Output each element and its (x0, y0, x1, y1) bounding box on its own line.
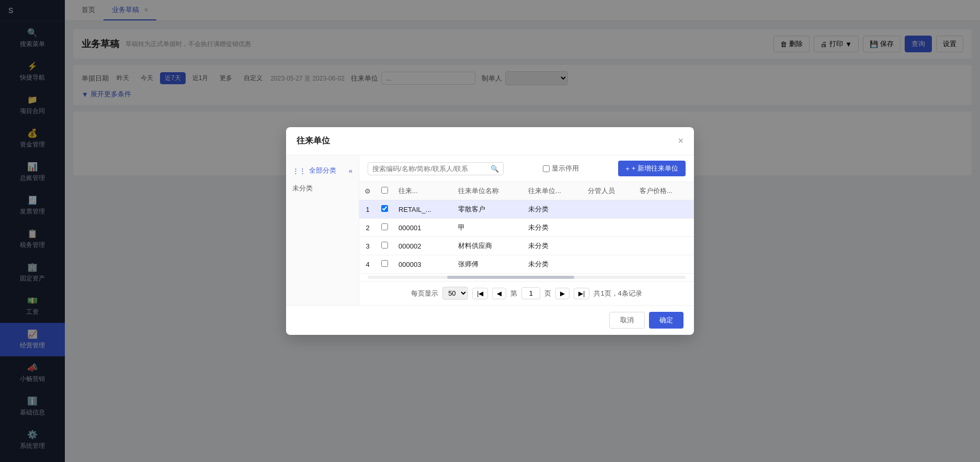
row-check[interactable] (376, 219, 393, 237)
show-disabled-checkbox[interactable] (543, 165, 550, 172)
per-page-label: 每页显示 (411, 289, 438, 298)
dialog-search-box: 🔍 (368, 162, 504, 175)
dialog-sidebar: ⋮⋮ 全部分类 « 未分类 (286, 155, 359, 305)
th-setting[interactable]: ⚙ (359, 182, 376, 200)
confirm-button[interactable]: 确定 (649, 312, 683, 329)
th-name: 往来单位名称 (453, 182, 523, 200)
row-checkbox[interactable] (381, 242, 388, 249)
row-price (634, 200, 694, 219)
row-check[interactable] (376, 255, 393, 274)
page-number-input[interactable] (521, 287, 540, 299)
row-price (634, 219, 694, 237)
row-setting: 3 (359, 237, 376, 255)
select-all-checkbox[interactable] (381, 187, 388, 194)
row-checkbox[interactable] (381, 205, 388, 212)
table-row[interactable]: 1 RETAIL_... 零散客户 未分类 (359, 200, 694, 219)
row-price (634, 255, 694, 274)
row-code: 000002 (393, 237, 453, 255)
show-disabled-checkbox-label[interactable]: 显示停用 (543, 164, 579, 173)
th-price: 客户价格... (634, 182, 694, 200)
row-category: 未分类 (523, 237, 583, 255)
table-row[interactable]: 4 000003 张师傅 未分类 (359, 255, 694, 274)
row-name: 张师傅 (453, 255, 523, 274)
search-icon: 🔍 (491, 165, 499, 173)
dialog-toolbar: 🔍 显示停用 + + 新增往来单位 (359, 155, 694, 182)
dialog-body: ⋮⋮ 全部分类 « 未分类 🔍 显示停 (286, 155, 694, 305)
table-row[interactable]: 2 000001 甲 未分类 (359, 219, 694, 237)
dialog-main: 🔍 显示停用 + + 新增往来单位 (359, 155, 694, 305)
th-check[interactable] (376, 182, 393, 200)
next-page-button[interactable]: ▶ (555, 288, 569, 299)
row-code: 000001 (393, 219, 453, 237)
row-category: 未分类 (523, 200, 583, 219)
scroll-thumb[interactable] (447, 276, 574, 279)
dialog-close-button[interactable]: × (678, 136, 683, 147)
row-code: 000003 (393, 255, 453, 274)
row-manager (583, 237, 634, 255)
prev-page-button[interactable]: ◀ (492, 288, 506, 299)
row-check[interactable] (376, 237, 393, 255)
row-category: 未分类 (523, 219, 583, 237)
total-text: 共1页，4条记录 (594, 289, 642, 298)
th-code: 往来... (393, 182, 453, 200)
collapse-icon[interactable]: « (349, 167, 352, 175)
plus-icon: + (625, 165, 630, 173)
row-manager (583, 219, 634, 237)
row-price (634, 237, 694, 255)
row-name: 甲 (453, 219, 523, 237)
table-body: 1 RETAIL_... 零散客户 未分类 2 (359, 200, 694, 274)
table-header: ⚙ 往来... 往来单位名称 往来单位... 分管人员 客户价格... (359, 182, 694, 200)
scroll-track (368, 276, 686, 279)
add-partner-button[interactable]: + + 新增往来单位 (618, 161, 686, 176)
dialog-overlay[interactable]: 往来单位 × ⋮⋮ 全部分类 « 未分类 (0, 0, 980, 462)
first-page-button[interactable]: |◀ (472, 288, 488, 299)
th-manager: 分管人员 (583, 182, 634, 200)
row-code: RETAIL_... (393, 200, 453, 219)
table-row[interactable]: 3 000002 材料供应商 未分类 (359, 237, 694, 255)
row-manager (583, 200, 634, 219)
row-check[interactable] (376, 200, 393, 219)
partner-dialog: 往来单位 × ⋮⋮ 全部分类 « 未分类 (286, 127, 694, 335)
page-unit: 页 (544, 289, 551, 298)
row-setting: 2 (359, 219, 376, 237)
row-checkbox[interactable] (381, 223, 388, 230)
row-setting: 1 (359, 200, 376, 219)
cancel-button[interactable]: 取消 (609, 312, 645, 329)
dialog-pagination: 每页显示 50 |◀ ◀ 第 页 ▶ ▶| 共1页，4条记录 (359, 281, 694, 305)
th-category: 往来单位... (523, 182, 583, 200)
row-checkbox[interactable] (381, 260, 388, 267)
dialog-search-input[interactable] (372, 165, 487, 173)
dialog-sidebar-uncategorized[interactable]: 未分类 (286, 179, 359, 197)
dialog-table: ⚙ 往来... 往来单位名称 往来单位... 分管人员 客户价格... (359, 182, 694, 274)
dialog-header: 往来单位 × (286, 127, 694, 155)
page-label: 第 (510, 289, 517, 298)
dialog-scrollbar (359, 274, 694, 281)
dialog-title: 往来单位 (297, 136, 330, 147)
per-page-select[interactable]: 50 (442, 287, 468, 300)
row-name: 零散客户 (453, 200, 523, 219)
row-setting: 4 (359, 255, 376, 274)
dialog-footer: 取消 确定 (286, 305, 694, 335)
dialog-sidebar-all[interactable]: ⋮⋮ 全部分类 « (286, 162, 359, 179)
partner-table: ⚙ 往来... 往来单位名称 往来单位... 分管人员 客户价格... (359, 182, 694, 274)
row-category: 未分类 (523, 255, 583, 274)
row-name: 材料供应商 (453, 237, 523, 255)
row-manager (583, 255, 634, 274)
last-page-button[interactable]: ▶| (574, 288, 589, 299)
grid-icon: ⋮⋮ (292, 167, 306, 175)
